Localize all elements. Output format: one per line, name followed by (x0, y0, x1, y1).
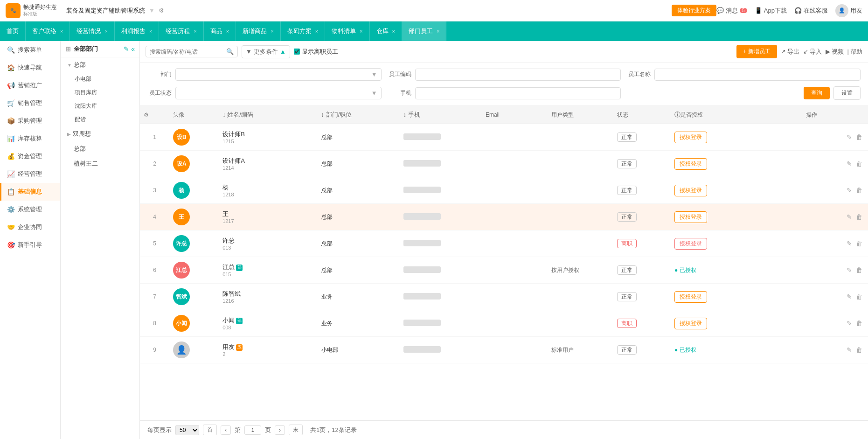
dept-item-zongbu2[interactable]: 总部 (61, 141, 139, 156)
dept-item-zhishu[interactable]: 植树王二 (61, 156, 139, 171)
tab-close-icon[interactable]: × (315, 28, 318, 34)
online-service-btn[interactable]: 🎧 在线客服 (794, 7, 828, 15)
tab-goods[interactable]: 商品 × (204, 21, 236, 41)
reset-btn[interactable]: 设置 (833, 86, 861, 100)
phone-input[interactable] (415, 87, 621, 99)
col-phone[interactable]: ↕ 手机 (400, 106, 482, 124)
sidebar-item-basic[interactable]: 📋 基础信息 (0, 183, 60, 201)
tab-close-icon[interactable]: × (104, 28, 107, 34)
sidebar-item-business[interactable]: 📈 经营管理 (0, 165, 60, 183)
sidebar-item-search[interactable]: 🔍 搜索菜单 (0, 41, 60, 59)
col-dept[interactable]: ↕ 部门/职位 (318, 106, 400, 124)
edit-btn[interactable]: ✎ (845, 319, 854, 328)
message-btn[interactable]: 💬 消息 5 (716, 7, 747, 15)
edit-btn[interactable]: ✎ (845, 186, 854, 195)
next-page-btn[interactable]: › (275, 425, 285, 435)
auth-btn[interactable]: 授权登录 (674, 211, 707, 223)
delete-btn[interactable]: 🗑 (854, 265, 864, 275)
settings-icon[interactable]: ⚙ (159, 7, 164, 14)
auth-btn[interactable]: 授权登录 (674, 132, 707, 143)
edit-btn[interactable]: ✎ (845, 292, 854, 301)
help-btn[interactable]: | 帮助 (847, 48, 862, 56)
auth-btn[interactable]: 授权登录 (674, 318, 707, 329)
tab-home[interactable]: 首页 (0, 21, 26, 41)
tab-customer[interactable]: 客户联络 × (26, 21, 70, 41)
delete-btn[interactable]: 🗑 (854, 239, 864, 248)
dept-edit-btn[interactable]: ✎ (124, 45, 129, 53)
delete-btn[interactable]: 🗑 (854, 345, 864, 355)
show-resigned-checkbox[interactable]: 显示离职员工 (294, 48, 338, 56)
edit-btn[interactable]: ✎ (845, 212, 854, 222)
search-input[interactable] (150, 49, 224, 55)
tab-employees[interactable]: 部门员工 × (402, 21, 446, 41)
sidebar-item-quicknav[interactable]: 🏠 快速导航 (0, 59, 60, 77)
sidebar-item-system[interactable]: ⚙️ 系统管理 (0, 201, 60, 218)
first-page-btn[interactable]: 首 (203, 425, 217, 435)
dept-collapse-btn[interactable]: « (131, 45, 135, 53)
tab-add-goods[interactable]: 新增商品 × (236, 21, 280, 41)
export-btn[interactable]: ↗ 导出 (781, 48, 799, 56)
emp-name-input[interactable] (654, 69, 861, 81)
col-settings[interactable]: ⚙ (140, 106, 169, 124)
tab-close-icon[interactable]: × (437, 28, 439, 34)
emp-code-input[interactable] (415, 69, 621, 81)
tab-close-icon[interactable]: × (360, 28, 362, 34)
tab-operation[interactable]: 经营情况 × (70, 21, 114, 41)
dept-select[interactable]: ▼ (175, 68, 382, 81)
dept-child-shenyang[interactable]: 沈阳大库 (61, 99, 139, 113)
edit-btn[interactable]: ✎ (845, 239, 854, 248)
edit-btn[interactable]: ✎ (845, 159, 854, 168)
delete-btn[interactable]: 🗑 (854, 186, 864, 195)
auth-btn[interactable]: 授权登录 (674, 291, 707, 303)
tab-history[interactable]: 经营历程 × (159, 21, 203, 41)
dept-item-zongbu[interactable]: ▼ 总部 (61, 57, 139, 72)
status-select[interactable]: ▼ (175, 87, 382, 99)
view-btn[interactable]: ▶ 视频 (826, 48, 844, 56)
edit-btn[interactable]: ✎ (845, 132, 854, 142)
edit-btn[interactable]: ✎ (845, 345, 854, 355)
more-filter-btn[interactable]: ▼ 更多条件 ▲ (242, 45, 290, 58)
delete-btn[interactable]: 🗑 (854, 212, 864, 222)
tab-close-icon[interactable]: × (194, 28, 196, 34)
tab-close-icon[interactable]: × (392, 28, 395, 34)
auth-btn[interactable]: 授权登录 (674, 185, 707, 196)
auth-btn[interactable]: 授权登录 (674, 238, 707, 250)
sidebar-item-purchase[interactable]: 📦 采购管理 (0, 112, 60, 130)
tab-profit[interactable]: 利润报告 × (115, 21, 159, 41)
tab-barcode[interactable]: 条码方案 × (281, 21, 325, 41)
page-input[interactable] (244, 425, 261, 435)
dept-child-peihuo[interactable]: 配货 (61, 113, 139, 126)
per-page-select[interactable]: 50 100 200 (175, 425, 199, 435)
dept-child-xiangmu[interactable]: 项目库房 (61, 86, 139, 99)
tab-close-icon[interactable]: × (60, 28, 63, 34)
auth-btn[interactable]: 授权登录 (674, 158, 707, 170)
sidebar-item-guide[interactable]: 🎯 新手引导 (0, 236, 60, 254)
query-btn[interactable]: 查询 (804, 87, 830, 99)
col-name[interactable]: ↕ 姓名/编码 (219, 106, 317, 124)
delete-btn[interactable]: 🗑 (854, 319, 864, 328)
sidebar-item-collab[interactable]: 🤝 企业协同 (0, 218, 60, 236)
last-page-btn[interactable]: 末 (289, 425, 303, 435)
delete-btn[interactable]: 🗑 (854, 159, 864, 168)
delete-btn[interactable]: 🗑 (854, 292, 864, 301)
delete-btn[interactable]: 🗑 (854, 132, 864, 142)
tab-warehouse[interactable]: 仓库 × (370, 21, 402, 41)
dept-item-shuanglu[interactable]: ▶ 双鹿想 (61, 126, 139, 141)
tab-close-icon[interactable]: × (226, 28, 229, 34)
trial-button[interactable]: 体验行业方案 (672, 5, 716, 16)
prev-page-btn[interactable]: ‹ (221, 425, 231, 435)
sidebar-item-finance[interactable]: 💰 资金管理 (0, 147, 60, 165)
sidebar-item-marketing[interactable]: 📢 营销推广 (0, 77, 60, 94)
sidebar-item-inventory[interactable]: 📊 库存核算 (0, 130, 60, 147)
edit-btn[interactable]: ✎ (845, 265, 854, 275)
sidebar-item-sales[interactable]: 🛒 销售管理 (0, 94, 60, 112)
add-employee-btn[interactable]: + 新增员工 (736, 45, 777, 58)
tab-close-icon[interactable]: × (271, 28, 273, 34)
user-area[interactable]: 👤 用友 (835, 4, 862, 17)
app-download-btn[interactable]: 📱 App下载 (755, 7, 787, 15)
tab-close-icon[interactable]: × (149, 28, 152, 34)
dept-child-xiaodian[interactable]: 小电部 (61, 72, 139, 86)
tab-bom[interactable]: 物料清单 × (325, 21, 369, 41)
import-btn[interactable]: ↙ 导入 (803, 48, 822, 56)
search-box[interactable]: 🔍 (146, 46, 238, 57)
